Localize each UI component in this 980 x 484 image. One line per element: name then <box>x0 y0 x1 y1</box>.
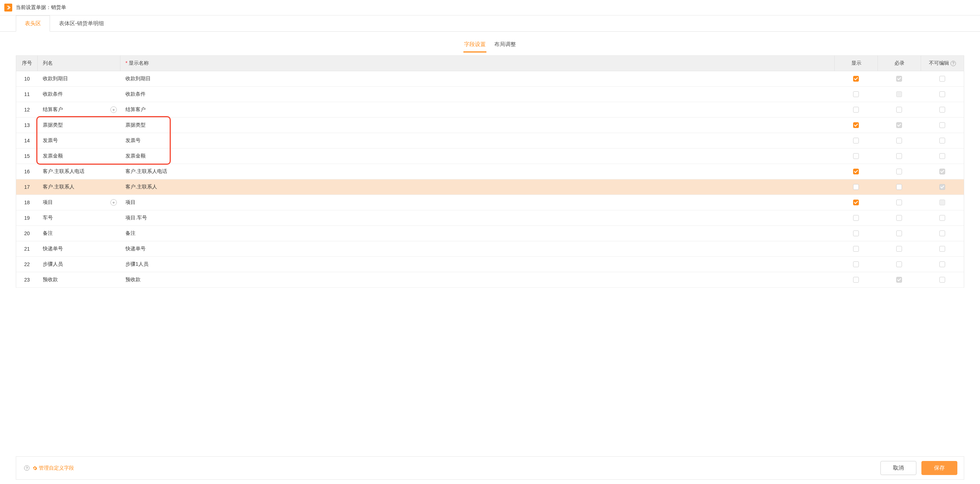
checkbox[interactable] <box>939 277 945 283</box>
row-display-name[interactable]: 预收款 <box>121 272 834 287</box>
row-display-name[interactable]: 项目 <box>121 195 834 210</box>
table-row[interactable]: 21快递单号快递单号 <box>16 241 964 257</box>
col-required: 必录 <box>878 56 921 71</box>
checkbox[interactable] <box>853 246 859 252</box>
checkbox[interactable] <box>939 107 945 113</box>
table-row[interactable]: 14发票号发票号 <box>16 133 964 148</box>
checkbox[interactable] <box>939 153 945 159</box>
table-row[interactable]: 13票据类型票据类型 <box>16 118 964 133</box>
cell-readonly <box>921 242 964 256</box>
checkbox[interactable] <box>896 153 902 159</box>
row-display-name[interactable]: 结算客户 <box>121 102 834 117</box>
row-name: 步骤人员 <box>38 257 121 272</box>
row-name: 车号 <box>38 210 121 226</box>
checkbox <box>939 169 945 174</box>
table-row[interactable]: 12结算客户+结算客户 <box>16 102 964 118</box>
checkbox[interactable] <box>853 169 859 174</box>
checkbox <box>939 199 945 205</box>
checkbox[interactable] <box>939 138 945 143</box>
checkbox[interactable] <box>896 199 902 205</box>
subtab-0[interactable]: 字段设置 <box>463 39 487 53</box>
row-display-name[interactable]: 步骤1人员 <box>121 257 834 272</box>
cell-show <box>834 226 878 240</box>
cell-readonly <box>921 164 964 179</box>
table-body: 10收款到期日收款到期日11收款条件收款条件12结算客户+结算客户13票据类型票… <box>16 71 964 288</box>
checkbox[interactable] <box>896 107 902 113</box>
checkbox[interactable] <box>939 246 945 252</box>
row-seq: 12 <box>16 102 38 117</box>
row-display-name[interactable]: 收款条件 <box>121 87 834 102</box>
row-display-name[interactable]: 票据类型 <box>121 118 834 133</box>
row-name: 票据类型 <box>38 118 121 133</box>
checkbox[interactable] <box>853 138 859 143</box>
row-display-name[interactable]: 收款到期日 <box>121 71 834 86</box>
checkbox[interactable] <box>853 122 859 128</box>
checkbox[interactable] <box>853 153 859 159</box>
row-seq: 23 <box>16 272 38 287</box>
tab-1[interactable]: 表体区-销货单明细 <box>50 16 113 31</box>
table-row[interactable]: 20备注备注 <box>16 226 964 241</box>
checkbox[interactable] <box>896 231 902 236</box>
cell-show <box>834 257 878 271</box>
cell-show <box>834 195 878 210</box>
row-display-name[interactable]: 客户.主联系人电话 <box>121 164 834 179</box>
table-row[interactable]: 15发票金额发票金额 <box>16 148 964 164</box>
row-seq: 13 <box>16 118 38 132</box>
checkbox[interactable] <box>896 246 902 252</box>
row-display-name[interactable]: 备注 <box>121 226 834 241</box>
add-subfield-button[interactable]: + <box>110 199 117 206</box>
subtab-1[interactable]: 布局调整 <box>493 39 517 53</box>
table-row[interactable]: 16客户.主联系人电话客户.主联系人电话 <box>16 164 964 180</box>
checkbox[interactable] <box>939 261 945 267</box>
cell-readonly <box>921 211 964 225</box>
checkbox[interactable] <box>939 122 945 128</box>
cell-required <box>878 134 921 148</box>
checkbox[interactable] <box>896 184 902 190</box>
checkbox[interactable] <box>896 215 902 221</box>
table-row[interactable]: 10收款到期日收款到期日 <box>16 71 964 87</box>
checkbox[interactable] <box>939 91 945 97</box>
checkbox[interactable] <box>853 76 859 82</box>
checkbox[interactable] <box>939 231 945 236</box>
tab-0[interactable]: 表头区 <box>16 16 50 32</box>
table-row[interactable]: 23预收款预收款 <box>16 272 964 288</box>
cell-required <box>878 118 921 132</box>
checkbox[interactable] <box>853 184 859 190</box>
table-row[interactable]: 11收款条件收款条件 <box>16 87 964 102</box>
add-subfield-button[interactable]: + <box>110 107 117 113</box>
table-row[interactable]: 18项目+项目 <box>16 195 964 210</box>
checkbox[interactable] <box>853 199 859 205</box>
cell-show <box>834 118 878 132</box>
table-row[interactable]: 22步骤人员步骤1人员 <box>16 257 964 272</box>
checkbox[interactable] <box>853 277 859 283</box>
checkbox[interactable] <box>853 107 859 113</box>
row-name: 发票号 <box>38 133 121 148</box>
checkbox[interactable] <box>939 76 945 82</box>
row-seq: 16 <box>16 164 38 179</box>
row-display-name[interactable]: 项目.车号 <box>121 210 834 226</box>
row-display-name[interactable]: 发票号 <box>121 133 834 148</box>
checkbox[interactable] <box>896 138 902 143</box>
checkbox[interactable] <box>853 231 859 236</box>
cell-required <box>878 102 921 117</box>
help-icon[interactable]: ? <box>951 61 956 66</box>
row-display-name[interactable]: 发票金额 <box>121 148 834 164</box>
collapse-button[interactable] <box>4 3 12 11</box>
checkbox[interactable] <box>853 261 859 267</box>
col-readonly: 不可编辑? <box>921 56 964 71</box>
checkbox[interactable] <box>853 91 859 97</box>
checkbox[interactable] <box>853 215 859 221</box>
checkbox[interactable] <box>896 261 902 267</box>
row-seq: 17 <box>16 180 38 194</box>
col-show: 显示 <box>834 56 878 71</box>
checkbox[interactable] <box>939 215 945 221</box>
row-seq: 18 <box>16 195 38 210</box>
row-name: 收款条件 <box>38 87 121 102</box>
row-display-name[interactable]: 客户.主联系人 <box>121 180 834 194</box>
row-seq: 20 <box>16 226 38 240</box>
row-display-name[interactable]: 快递单号 <box>121 241 834 256</box>
table-row[interactable]: 17客户.主联系人客户.主联系人 <box>16 180 964 195</box>
checkbox[interactable] <box>896 169 902 174</box>
table-row[interactable]: 19车号项目.车号 <box>16 210 964 226</box>
cell-required <box>878 195 921 210</box>
